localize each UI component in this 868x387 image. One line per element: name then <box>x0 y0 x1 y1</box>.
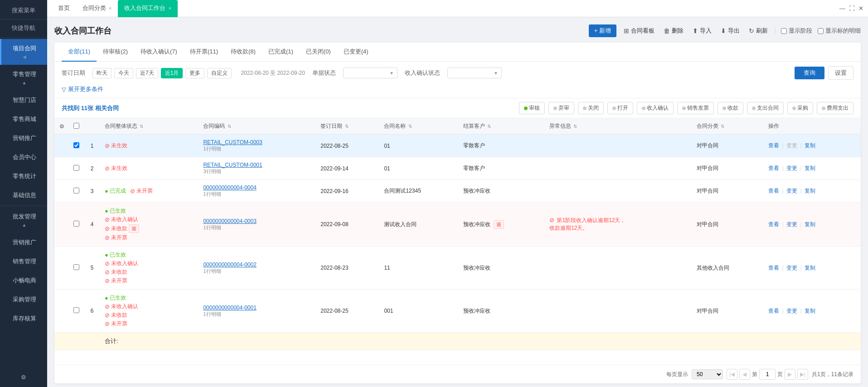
prev-page-btn[interactable]: ◀ <box>739 369 750 380</box>
code-link[interactable]: 0000000000004-0001 <box>203 305 256 311</box>
page-input[interactable] <box>759 369 776 380</box>
print-btn[interactable]: 打开 <box>607 102 633 114</box>
tab-closed[interactable]: 已关闭(0) <box>300 43 337 62</box>
col-sign-date[interactable]: 签订日期 ⇅ <box>316 118 379 135</box>
col-abnormal[interactable]: 异常信息 ⇅ <box>545 118 692 135</box>
view-btn[interactable]: 查看 <box>768 265 779 271</box>
sidebar-item-retail-mall[interactable]: 零售商城 <box>0 110 47 129</box>
cell-checkbox[interactable] <box>69 180 84 203</box>
change-btn[interactable]: 变更 <box>786 165 797 171</box>
tab-pending-income[interactable]: 待收入确认(7) <box>134 43 184 62</box>
kanban-button[interactable]: ⊞ 合同看板 <box>622 27 656 35</box>
copy-btn[interactable]: 复制 <box>805 188 815 194</box>
col-customer[interactable]: 结算客户 ⇅ <box>459 118 545 135</box>
delete-button[interactable]: 🗑 删除 <box>662 27 685 35</box>
show-stages-checkbox[interactable]: 显示阶段 <box>781 27 812 35</box>
copy-btn[interactable]: 复制 <box>805 221 815 227</box>
expense-out-btn[interactable]: 支出合同 <box>747 102 784 114</box>
cost-out-btn[interactable]: 费用支出 <box>817 102 853 114</box>
close-btn[interactable]: 关闭 <box>578 102 604 114</box>
copy-btn[interactable]: 复制 <box>805 165 815 171</box>
sidebar-item-member[interactable]: 会员中心 <box>0 148 47 167</box>
sidebar-item-project[interactable]: 项目合同 ◀ <box>0 39 47 65</box>
sidebar-item-smart-store[interactable]: 智慧门店 <box>0 91 47 110</box>
maximize-icon[interactable]: ⛶ <box>849 5 855 12</box>
cell-checkbox[interactable] <box>69 157 84 180</box>
tab-contract-type[interactable]: 合同分类 × <box>76 0 118 17</box>
sidebar-quick-nav[interactable]: 快捷导航 <box>0 19 47 37</box>
per-page-select[interactable]: 50 100 200 <box>692 369 723 379</box>
col-name[interactable]: 合同名称 ⇅ <box>379 118 459 135</box>
close-icon[interactable]: ✕ <box>858 5 863 12</box>
code-link[interactable]: RETAIL_CUSTOM-0003 <box>203 139 262 145</box>
sidebar-item-retail-stats[interactable]: 零售统计 <box>0 167 47 186</box>
change-btn[interactable]: 变更 <box>786 188 797 194</box>
view-btn[interactable]: 查看 <box>768 142 779 149</box>
view-btn[interactable]: 查看 <box>768 308 779 314</box>
code-link[interactable]: 0000000000004-0002 <box>203 261 256 268</box>
view-btn[interactable]: 查看 <box>768 221 779 227</box>
cell-checkbox[interactable] <box>69 247 84 290</box>
refresh-button[interactable]: ↻ 刷新 <box>747 27 770 35</box>
purchase-btn[interactable]: 采购 <box>787 102 813 114</box>
copy-btn[interactable]: 复制 <box>805 265 815 271</box>
sidebar-settings[interactable]: ⚙ <box>0 368 47 387</box>
cell-checkbox[interactable] <box>69 135 84 157</box>
first-page-btn[interactable]: |◀ <box>727 369 737 380</box>
cell-checkbox[interactable] <box>69 290 84 333</box>
tab-pending-invoice[interactable]: 待开票(11) <box>184 43 224 62</box>
tab-close-contract-type[interactable]: × <box>109 5 112 11</box>
change-btn[interactable]: 变更 <box>786 265 797 271</box>
code-link[interactable]: 0000000000004-0004 <box>203 184 256 191</box>
date-btn-last7[interactable]: 近7天 <box>136 68 158 78</box>
show-details-checkbox[interactable]: 显示标的明细 <box>818 27 861 35</box>
sidebar-item-inventory[interactable]: 库存核算 <box>0 309 47 328</box>
col-code[interactable]: 合同编码 ⇅ <box>199 118 316 135</box>
copy-btn[interactable]: 复制 <box>805 308 815 314</box>
sidebar-item-marketing2[interactable]: 营销推广 <box>0 233 47 252</box>
set-button[interactable]: 设置 <box>828 66 853 80</box>
new-button[interactable]: + 新增 <box>589 24 616 37</box>
tab-completed[interactable]: 已完成(1) <box>262 43 300 62</box>
change-btn[interactable]: 变更 <box>786 308 797 314</box>
view-btn[interactable]: 查看 <box>768 188 779 194</box>
doc-status-select[interactable] <box>343 68 398 78</box>
import-button[interactable]: ⬆ 导入 <box>691 27 713 35</box>
select-all-checkbox[interactable] <box>73 123 79 129</box>
income-confirm-select[interactable] <box>447 68 502 78</box>
tab-close-income-contract[interactable]: × <box>168 5 171 11</box>
sidebar-item-sales-mgmt[interactable]: 销售管理 <box>0 252 47 271</box>
minimize-icon[interactable]: — <box>839 5 845 12</box>
code-link[interactable]: RETAIL_CUSTOM-0001 <box>203 162 262 168</box>
sidebar-item-retail-mgmt[interactable]: 零售管理 ▲ <box>0 65 47 91</box>
sales-invoice-btn[interactable]: 销售发票 <box>677 102 714 114</box>
sidebar-search[interactable]: 搜索菜单 <box>0 0 47 19</box>
income-confirm-btn[interactable]: 收入确认 <box>637 102 674 114</box>
tab-pending-review[interactable]: 待审核(2) <box>97 43 134 62</box>
tab-changed[interactable]: 已变更(4) <box>337 43 375 62</box>
col-type[interactable]: 合同分类 ⇅ <box>692 118 764 135</box>
date-btn-more[interactable]: 更多 <box>185 68 204 78</box>
tab-pending-receipt[interactable]: 待收款(8) <box>224 43 262 62</box>
abandon-btn[interactable]: 弃审 <box>548 102 574 114</box>
receipt-btn[interactable]: 收款 <box>718 102 743 114</box>
view-btn[interactable]: 查看 <box>768 165 779 171</box>
sidebar-item-wholesale[interactable]: 批发管理 ▲ <box>0 207 47 233</box>
col-status[interactable]: 合同整体状态 ⇅ <box>100 118 199 135</box>
tab-income-contract[interactable]: 收入合同工作台 × <box>118 0 177 17</box>
query-button[interactable]: 查询 <box>795 67 824 79</box>
tab-all[interactable]: 全部(11) <box>62 43 97 62</box>
sidebar-item-basic-info[interactable]: 基础信息 <box>0 186 47 205</box>
date-btn-today[interactable]: 今天 <box>114 68 133 78</box>
date-btn-custom[interactable]: 自定义 <box>207 68 232 78</box>
change-btn[interactable]: 变更 <box>786 221 797 227</box>
sidebar-item-xiaochang[interactable]: 小畅电商 <box>0 271 47 290</box>
code-link[interactable]: 0000000000004-0003 <box>203 218 256 224</box>
date-btn-yesterday[interactable]: 昨天 <box>92 68 112 78</box>
expand-conditions-btn[interactable]: ▽ 展开更多条件 <box>62 85 103 93</box>
date-btn-last1month[interactable]: 近1月 <box>161 68 183 78</box>
review-btn[interactable]: 审核 <box>519 102 545 114</box>
copy-btn[interactable]: 复制 <box>805 142 815 149</box>
cell-checkbox[interactable] <box>69 203 84 247</box>
next-page-btn[interactable]: ▶ <box>785 369 795 380</box>
